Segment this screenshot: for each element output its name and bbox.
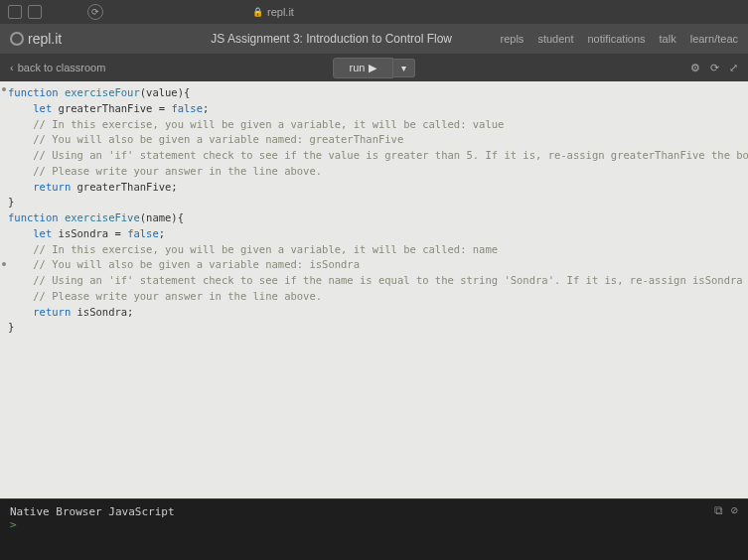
lock-icon: 🔒: [252, 7, 263, 17]
brand-text: repl.it: [28, 31, 62, 47]
back-to-classroom-link[interactable]: ‹ back to classroom: [10, 62, 105, 73]
fold-marker-icon[interactable]: [2, 87, 6, 91]
assignment-title: JS Assignment 3: Introduction to Control…: [211, 32, 500, 46]
url-bar[interactable]: 🔒 repl.it: [252, 6, 294, 18]
popout-icon[interactable]: ⧉: [714, 503, 723, 517]
code-editor[interactable]: function exerciseFour(value){ let greate…: [0, 81, 748, 498]
brand-logo[interactable]: repl.it: [10, 31, 62, 47]
nav-student[interactable]: student: [537, 33, 573, 45]
run-button-group: run ▶ ▾: [333, 58, 416, 78]
console-prompt: >: [10, 518, 17, 531]
header-nav: repls student notifications talk learn/t…: [501, 33, 738, 45]
settings-icon[interactable]: ⚙: [690, 62, 700, 74]
url-text: repl.it: [267, 6, 294, 18]
run-button[interactable]: run ▶: [333, 58, 394, 78]
console-icons: ⧉ ⊘: [714, 503, 738, 517]
expand-icon[interactable]: ⤢: [729, 62, 738, 74]
browser-chrome-bar: ⟳ 🔒 repl.it: [0, 0, 748, 24]
editor-toolbar: ‹ back to classroom run ▶ ▾ ⚙ ⟳ ⤢: [0, 54, 748, 81]
fold-marker-icon[interactable]: [2, 262, 6, 266]
clear-icon[interactable]: ⊘: [731, 503, 738, 517]
play-icon: ▶: [369, 62, 376, 74]
run-dropdown[interactable]: ▾: [393, 59, 415, 77]
toolbar-right-icons: ⚙ ⟳ ⤢: [690, 62, 738, 74]
console-title: Native Browser JavaScript: [10, 505, 738, 518]
nav-notifications[interactable]: notifications: [587, 33, 645, 45]
tab-icon: [28, 5, 42, 19]
nav-talk[interactable]: talk: [660, 33, 676, 45]
replit-logo-icon: [10, 32, 24, 46]
nav-learn[interactable]: learn/teac: [690, 33, 738, 45]
tab-icon: [8, 5, 22, 19]
app-header: repl.it JS Assignment 3: Introduction to…: [0, 24, 748, 54]
run-label: run: [350, 62, 366, 73]
refresh-icon[interactable]: ⟳: [87, 4, 103, 20]
back-label: back to classroom: [18, 62, 106, 73]
chevron-left-icon: ‹: [10, 62, 14, 73]
console-panel[interactable]: ⧉ ⊘ Native Browser JavaScript >: [0, 498, 748, 560]
nav-repls[interactable]: repls: [501, 33, 524, 45]
refresh-icon[interactable]: ⟳: [710, 62, 719, 74]
